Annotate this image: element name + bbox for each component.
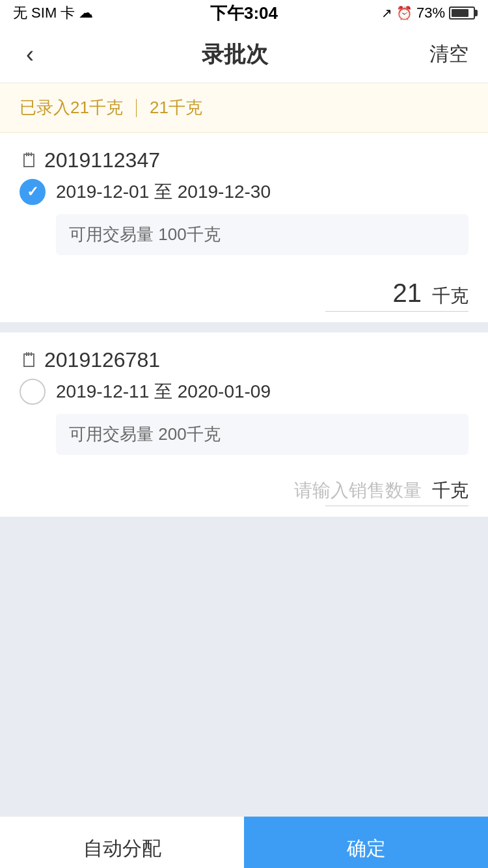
- batch1-quantity-container: 21 千克: [0, 268, 488, 322]
- confirm-button[interactable]: 确定: [244, 817, 488, 868]
- status-bar: 无 SIM 卡 ☁ 下午3:04 ↗ ⏰ 73%: [0, 0, 488, 26]
- status-time: 下午3:04: [210, 2, 278, 25]
- batch2-input-unit: 千克: [432, 478, 468, 503]
- batch2-input-line: 请输入销售数量 千克: [294, 478, 468, 503]
- batch1-date-row: 2019-12-01 至 2019-12-30: [20, 179, 468, 205]
- batch1-id-row: 🗒 2019112347: [20, 148, 468, 172]
- status-right: ↗ ⏰ 73%: [381, 5, 475, 21]
- divider-1: [0, 322, 488, 332]
- location-icon: ↗: [381, 5, 392, 21]
- batch2-id: 2019126781: [44, 348, 160, 372]
- batch1-qty-unit: 千克: [432, 284, 468, 308]
- batch1-doc-icon: 🗒: [20, 150, 39, 172]
- batch2-input-placeholder[interactable]: 请输入销售数量: [294, 478, 422, 503]
- batch-card-1: 🗒 2019112347 2019-12-01 至 2019-12-30 可用交…: [0, 133, 488, 322]
- empty-space: [0, 517, 488, 816]
- batch1-date: 2019-12-01 至 2019-12-30: [56, 180, 271, 204]
- batch2-date: 2019-12-11 至 2020-01-09: [56, 379, 271, 404]
- alarm-icon: ⏰: [396, 5, 413, 21]
- batch1-qty-value[interactable]: 21: [370, 278, 422, 308]
- page-title: 录批次: [202, 40, 268, 70]
- battery-percent: 73%: [416, 5, 445, 21]
- auto-distribute-button[interactable]: 自动分配: [0, 817, 244, 868]
- battery-icon: [449, 7, 475, 20]
- batch2-radio[interactable]: [20, 379, 46, 405]
- batch2-available: 可用交易量 200千克: [56, 414, 468, 455]
- batch1-id: 2019112347: [44, 148, 160, 172]
- batch-card-2: 🗒 2019126781 2019-12-11 至 2020-01-09 可用交…: [0, 332, 488, 517]
- status-left: 无 SIM 卡 ☁: [13, 3, 93, 23]
- batch1-available: 可用交易量 100千克: [56, 214, 468, 255]
- info-banner: 已录入21千克 21千克: [0, 83, 488, 133]
- sim-text: 无 SIM 卡 ☁: [13, 3, 93, 23]
- back-button[interactable]: ‹: [20, 34, 40, 75]
- batch1-quantity-line: 21 千克: [370, 278, 468, 308]
- recorded-label: 已录入21千克: [20, 96, 123, 119]
- banner-divider: [136, 99, 137, 117]
- batch2-input-container: 请输入销售数量 千克: [0, 468, 488, 517]
- bottom-bar: 自动分配 确定: [0, 816, 488, 868]
- main-content: 🗒 2019112347 2019-12-01 至 2019-12-30 可用交…: [0, 133, 488, 816]
- batch2-input-underline: [325, 506, 468, 506]
- batch2-id-row: 🗒 2019126781: [20, 348, 468, 372]
- nav-bar: ‹ 录批次 清空: [0, 26, 488, 83]
- batch1-qty-underline: [325, 311, 468, 312]
- clear-button[interactable]: 清空: [429, 41, 468, 68]
- batch1-radio[interactable]: [20, 179, 46, 205]
- recorded-value: 21千克: [150, 96, 202, 119]
- batch2-date-row: 2019-12-11 至 2020-01-09: [20, 379, 468, 405]
- batch2-doc-icon: 🗒: [20, 349, 39, 372]
